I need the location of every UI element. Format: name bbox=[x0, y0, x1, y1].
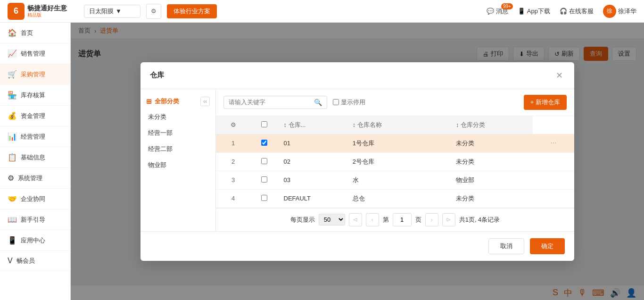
row-name: 总仓 bbox=[347, 189, 450, 208]
grid-icon: ⊞ bbox=[146, 98, 152, 105]
user-menu-button[interactable]: 徐 徐泽华 bbox=[603, 5, 636, 18]
row-code: 03 bbox=[278, 171, 347, 189]
store-selector[interactable]: 日太阳膜 ▼ bbox=[84, 5, 140, 18]
table-header-category: ↕ 仓库分类 bbox=[450, 116, 533, 134]
enterprise-icon: 🤝 bbox=[8, 194, 17, 203]
per-page-select[interactable]: 50 100 200 bbox=[319, 214, 345, 225]
row-checkbox[interactable] bbox=[261, 158, 267, 164]
row-code: 02 bbox=[278, 152, 347, 171]
logo-text: 畅捷通好生意 精品版 bbox=[27, 4, 67, 18]
first-page-button[interactable]: ⊲ bbox=[349, 213, 362, 226]
dialog-close-button[interactable]: ✕ bbox=[553, 70, 565, 81]
sidebar-item-business[interactable]: 📊 经营管理 bbox=[0, 126, 70, 147]
message-button[interactable]: 💬 消息 99+ bbox=[487, 7, 508, 16]
warehouse-dialog: 仓库 ✕ ⊞ 全部分类 ‹‹ 未分类 bbox=[140, 62, 574, 261]
sidebar-item-inventory[interactable]: 🏪 库存核算 bbox=[0, 85, 70, 106]
page-number-input[interactable] bbox=[393, 213, 412, 226]
header-right: 💬 消息 99+ 📱 App下载 🎧 在线客服 徐 徐泽华 bbox=[487, 5, 636, 18]
sort-icon-name: ↕ bbox=[353, 121, 356, 128]
select-all-checkbox[interactable] bbox=[261, 121, 267, 127]
row-checkbox[interactable] bbox=[261, 195, 267, 201]
dialog-footer: 取消 确定 bbox=[140, 231, 574, 261]
category-item-unclassified[interactable]: 未分类 bbox=[140, 109, 215, 125]
confirm-button[interactable]: 确定 bbox=[530, 238, 565, 254]
headset-icon: 🎧 bbox=[560, 8, 567, 15]
app-download-label: App下载 bbox=[527, 7, 550, 16]
dialog-overlay[interactable]: 仓库 ✕ ⊞ 全部分类 ‹‹ 未分类 bbox=[71, 23, 644, 300]
row-number: 2 bbox=[216, 152, 250, 171]
sidebar-label-business: 经营管理 bbox=[21, 133, 45, 141]
table-row[interactable]: 4 DEFAULT 总仓 未分类 bbox=[216, 189, 574, 208]
row-checkbox[interactable] bbox=[261, 140, 267, 146]
all-categories-label: 全部分类 bbox=[155, 97, 179, 106]
message-badge: 99+ bbox=[501, 3, 513, 9]
apps-icon: 📱 bbox=[8, 236, 17, 245]
add-warehouse-button[interactable]: + 新增仓库 bbox=[524, 95, 567, 110]
system-icon: ⚙ bbox=[8, 174, 14, 183]
row-number: 3 bbox=[216, 171, 250, 189]
search-input-wrap: 🔍 bbox=[223, 96, 327, 109]
sidebar-item-vip[interactable]: V 畅会员 bbox=[0, 251, 70, 271]
show-disabled-label[interactable]: 显示停用 bbox=[333, 98, 365, 107]
row-number: 4 bbox=[216, 189, 250, 208]
table-header-checkbox bbox=[250, 116, 278, 134]
sidebar-item-basic-info[interactable]: 📋 基础信息 bbox=[0, 147, 70, 168]
message-icon: 💬 bbox=[487, 8, 494, 15]
row-category: 未分类 bbox=[450, 152, 533, 171]
last-page-button[interactable]: ⊳ bbox=[442, 213, 455, 226]
sidebar-item-guide[interactable]: 📖 新手引导 bbox=[0, 209, 70, 230]
sidebar-item-home[interactable]: 🏠 首页 bbox=[0, 23, 70, 43]
pagination-bar: 每页显示 50 100 200 ⊲ ‹ 第 页 › bbox=[216, 208, 574, 231]
trial-button[interactable]: 体验行业方案 bbox=[167, 4, 217, 18]
sidebar-label-basic-info: 基础信息 bbox=[21, 153, 45, 162]
dialog-title: 仓库 bbox=[150, 71, 164, 80]
basic-info-icon: 📋 bbox=[8, 153, 17, 162]
sort-icon-code: ↕ bbox=[284, 121, 287, 128]
sidebar-item-apps[interactable]: 📱 应用中心 bbox=[0, 230, 70, 251]
app-download-button[interactable]: 📱 App下载 bbox=[518, 7, 550, 16]
sidebar-label-enterprise: 企业协同 bbox=[21, 195, 45, 203]
logo-area: 6 畅捷通好生意 精品版 bbox=[8, 3, 78, 20]
row-code: DEFAULT bbox=[278, 189, 347, 208]
next-page-button[interactable]: › bbox=[425, 213, 438, 226]
row-number: 1 bbox=[216, 134, 250, 152]
category-item-property[interactable]: 物业部 bbox=[140, 157, 215, 173]
table-row[interactable]: 1 01 1号仓库 未分类 ··· bbox=[216, 134, 574, 152]
row-category: 未分类 bbox=[450, 189, 533, 208]
home-icon: 🏠 bbox=[8, 28, 17, 37]
mobile-icon: 📱 bbox=[518, 8, 525, 15]
table-header-name: ↕ 仓库名称 bbox=[347, 116, 450, 134]
sidebar-item-system[interactable]: ⚙ 系统管理 bbox=[0, 168, 70, 189]
settings-gear-button[interactable]: ⚙ bbox=[146, 4, 161, 19]
category-collapse-button[interactable]: ‹‹ bbox=[200, 97, 210, 106]
category-item-ops1[interactable]: 经营一部 bbox=[140, 125, 215, 141]
show-disabled-checkbox[interactable] bbox=[333, 99, 339, 105]
sidebar-item-enterprise[interactable]: 🤝 企业协同 bbox=[0, 189, 70, 209]
dialog-header: 仓库 ✕ bbox=[140, 62, 574, 89]
guide-icon: 📖 bbox=[8, 215, 17, 224]
online-service-button[interactable]: 🎧 在线客服 bbox=[560, 7, 594, 16]
row-name: 水 bbox=[347, 171, 450, 189]
search-icon[interactable]: 🔍 bbox=[314, 99, 322, 106]
row-category: 物业部 bbox=[450, 171, 533, 189]
search-input[interactable] bbox=[229, 99, 311, 106]
category-header: ⊞ 全部分类 ‹‹ bbox=[140, 94, 215, 109]
settings-icon: ⚙ bbox=[231, 121, 236, 128]
total-info: 共1页, 4条记录 bbox=[459, 216, 500, 224]
sidebar-item-finance[interactable]: 💰 资金管理 bbox=[0, 106, 70, 126]
table-row[interactable]: 3 03 水 物业部 bbox=[216, 171, 574, 189]
sidebar-item-purchase[interactable]: 🛒 采购管理 bbox=[0, 64, 70, 85]
category-item-ops2[interactable]: 经营二部 bbox=[140, 141, 215, 157]
sidebar-item-sales[interactable]: 📈 销售管理 bbox=[0, 43, 70, 64]
sidebar-label-sales: 销售管理 bbox=[21, 50, 45, 58]
row-more-actions[interactable]: ··· bbox=[550, 139, 556, 147]
row-checkbox[interactable] bbox=[261, 176, 267, 183]
row-category: 未分类 bbox=[450, 134, 533, 152]
logo-sub-text: 精品版 bbox=[27, 12, 67, 18]
content-area: 首页 › 进货单 进货单 🖨 打印 ⬇ 导出 ↺ bbox=[71, 23, 644, 300]
all-categories-button[interactable]: ⊞ 全部分类 bbox=[146, 97, 179, 106]
prev-page-button[interactable]: ‹ bbox=[366, 213, 379, 226]
logo-main-text: 畅捷通好生意 bbox=[27, 4, 67, 12]
table-row[interactable]: 2 02 2号仓库 未分类 bbox=[216, 152, 574, 171]
cancel-button[interactable]: 取消 bbox=[488, 238, 524, 254]
